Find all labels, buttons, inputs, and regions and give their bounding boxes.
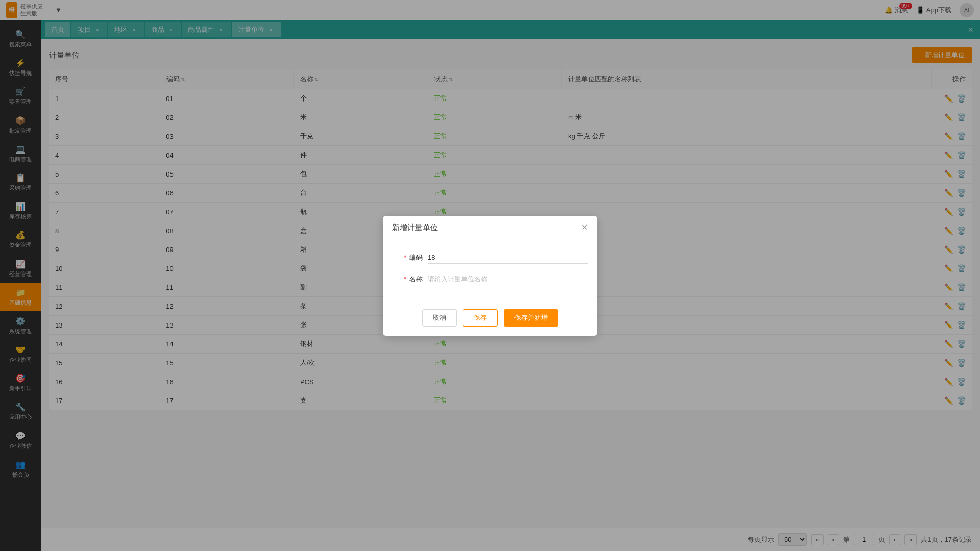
form-row-code: * 编码 [392,252,588,264]
modal-footer: 取消 保存 保存并新增 [383,303,597,336]
form-row-name: * 名称 [392,273,588,285]
save-and-new-button[interactable]: 保存并新增 [504,309,558,327]
modal-overlay: 新增计量单位 ✕ * 编码 * 名称 取消 保存 保存并新增 [0,0,980,551]
modal-title: 新增计量单位 [392,223,438,233]
name-input[interactable] [428,273,588,285]
code-input[interactable] [428,252,588,264]
add-unit-modal: 新增计量单位 ✕ * 编码 * 名称 取消 保存 保存并新增 [383,216,597,336]
modal-header: 新增计量单位 ✕ [383,216,597,239]
form-name-label: * 名称 [392,274,423,284]
save-button[interactable]: 保存 [463,309,498,327]
form-code-label: * 编码 [392,253,423,262]
cancel-button[interactable]: 取消 [422,309,457,327]
required-mark: * [404,254,406,261]
required-mark-name: * [404,275,406,283]
modal-body: * 编码 * 名称 [383,239,597,303]
modal-close-button[interactable]: ✕ [581,223,588,232]
